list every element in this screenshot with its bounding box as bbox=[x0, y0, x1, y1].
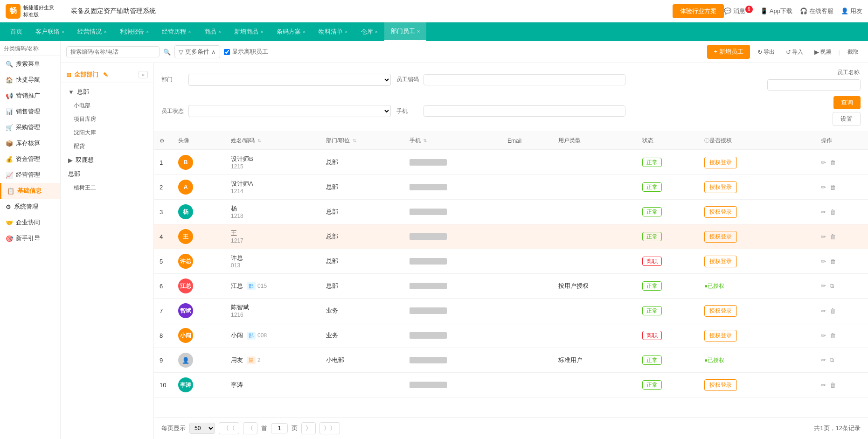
app-icon: 📱 bbox=[760, 7, 768, 14]
search-button[interactable]: 🔍 bbox=[163, 49, 171, 56]
last-page-button[interactable]: 〉〉 bbox=[319, 422, 340, 434]
user-action[interactable]: 👤 用友 bbox=[841, 7, 862, 15]
edit-button[interactable]: ✏ bbox=[821, 209, 826, 216]
nav-tab-history[interactable]: 经营历程 × bbox=[155, 22, 197, 41]
import-button[interactable]: ↺ 导入 bbox=[782, 46, 807, 58]
phone-filter-input[interactable] bbox=[424, 105, 626, 117]
nav-tab-profit[interactable]: 利润报告 × bbox=[113, 22, 155, 41]
auth-login-button[interactable]: 授权登录 bbox=[704, 181, 737, 193]
show-resigned-checkbox[interactable] bbox=[224, 49, 230, 55]
dept-tree-item-shuanglu[interactable]: ▶ 双鹿想 bbox=[61, 153, 153, 167]
row-auth: ●已授权 bbox=[699, 348, 787, 373]
delete-button[interactable]: 🗑 bbox=[830, 382, 836, 389]
nav-tab-operation[interactable]: 经营情况 × bbox=[71, 22, 113, 41]
message-action[interactable]: 💬 消息 6 bbox=[724, 7, 753, 15]
edit-button[interactable]: ✏ bbox=[821, 258, 826, 265]
dept-edit-icon[interactable]: ✎ bbox=[103, 71, 108, 78]
col-settings[interactable]: ⚙ bbox=[154, 132, 173, 150]
auth-login-button[interactable]: 授权登录 bbox=[704, 157, 737, 168]
dept-filter-select[interactable] bbox=[188, 74, 391, 86]
sidebar-item-basic-info[interactable]: 📋 基础信息 bbox=[0, 183, 60, 199]
sidebar-item-purchase[interactable]: 🛒 采购管理 bbox=[0, 119, 60, 135]
sidebar-item-finance[interactable]: 💰 资金管理 bbox=[0, 151, 60, 167]
edit-button[interactable]: ✏ bbox=[821, 382, 826, 389]
filter-more-button[interactable]: ▽ 更多条件 ∧ bbox=[174, 45, 220, 58]
auth-login-button[interactable]: 授权登录 bbox=[704, 256, 737, 267]
edit-button[interactable]: ✏ bbox=[821, 356, 826, 364]
dept-tree-item-distribution[interactable]: 配货 bbox=[61, 139, 153, 153]
marketing-icon: 📢 bbox=[6, 92, 13, 99]
auth-login-button[interactable]: 授权登录 bbox=[704, 231, 737, 243]
col-name-code[interactable]: 姓名/编码 ⇅ bbox=[225, 132, 320, 150]
copy-button[interactable]: ⧉ bbox=[830, 356, 834, 364]
per-page-select[interactable]: 50 100 bbox=[189, 423, 215, 434]
sidebar-item-marketing[interactable]: 📢 营销推广 bbox=[0, 88, 60, 104]
delete-button[interactable]: 🗑 bbox=[830, 307, 836, 314]
nav-tab-barcode[interactable]: 条码方案 × bbox=[270, 22, 312, 41]
dept-tree-item-zongbu[interactable]: 总部 bbox=[61, 167, 153, 181]
dept-tree-item-root[interactable]: ▼ 总部 bbox=[61, 85, 153, 99]
nav-tab-new-goods[interactable]: 新增商品 × bbox=[228, 22, 270, 41]
sidebar-item-sales[interactable]: 📊 销售管理 bbox=[0, 104, 60, 119]
edit-button[interactable]: ✏ bbox=[821, 233, 826, 240]
sidebar-item-system[interactable]: ⚙ 系统管理 bbox=[0, 199, 60, 215]
emp-code-filter-input[interactable] bbox=[424, 74, 626, 85]
show-resigned-label[interactable]: 显示离职员工 bbox=[224, 48, 268, 56]
delete-button[interactable]: 🗑 bbox=[830, 258, 836, 265]
col-dept-pos[interactable]: 部门/职位 ⇅ bbox=[320, 132, 404, 150]
dept-tree-item-zhishu[interactable]: 植树王二 bbox=[61, 181, 153, 195]
export-button[interactable]: ↻ 导出 bbox=[754, 46, 778, 58]
dept-tree-item-xiaodibu[interactable]: 小电部 bbox=[61, 99, 153, 112]
first-page-button[interactable]: 〈〈 bbox=[219, 422, 239, 434]
sidebar-item-operation[interactable]: 📈 经营管理 bbox=[0, 167, 60, 183]
nav-tab-warehouse[interactable]: 仓库 × bbox=[354, 22, 384, 41]
sidebar-item-enterprise[interactable]: 🤝 企业协同 bbox=[0, 215, 60, 230]
copy-button[interactable]: ⧉ bbox=[830, 282, 834, 290]
prev-page-button[interactable]: 〈 bbox=[243, 422, 257, 434]
col-user-type: 用户类型 bbox=[553, 132, 637, 150]
auth-login-button[interactable]: 授权登录 bbox=[704, 379, 737, 391]
sidebar-search-input[interactable] bbox=[4, 45, 61, 52]
app-download-action[interactable]: 📱 App下载 bbox=[760, 7, 792, 15]
trial-button[interactable]: 体验行业方案 bbox=[673, 4, 724, 18]
sidebar-item-inventory[interactable]: 📦 库存核算 bbox=[0, 135, 60, 151]
edit-button[interactable]: ✏ bbox=[821, 282, 826, 290]
service-action[interactable]: 🎧 在线客服 bbox=[800, 7, 833, 15]
col-phone[interactable]: 手机 ⇅ bbox=[404, 132, 502, 150]
auth-login-button[interactable]: 授权登录 bbox=[704, 330, 737, 341]
nav-tab-dept-staff[interactable]: 部门员工 × bbox=[384, 22, 426, 41]
status-filter-select[interactable] bbox=[188, 105, 391, 117]
page-number-input[interactable] bbox=[271, 423, 288, 433]
view-button[interactable]: ▶ 视频 bbox=[811, 46, 835, 58]
search-input[interactable] bbox=[66, 46, 160, 57]
edit-button[interactable]: ✏ bbox=[821, 159, 826, 166]
settings-button[interactable]: 设置 bbox=[833, 112, 861, 126]
row-status: 正常 bbox=[637, 348, 699, 373]
sidebar-item-search[interactable]: 🔍 搜索菜单 bbox=[0, 56, 60, 72]
delete-button[interactable]: 🗑 bbox=[830, 159, 836, 166]
sidebar-item-quick-nav[interactable]: 🏠 快捷导航 bbox=[0, 72, 60, 88]
auth-login-button[interactable]: 授权登录 bbox=[704, 305, 737, 317]
dept-tree-item-shenyang[interactable]: 沈阳大库 bbox=[61, 126, 153, 139]
more-button[interactable]: 截取 bbox=[844, 46, 862, 58]
nav-tab-home[interactable]: 首页 bbox=[4, 22, 29, 41]
sidebar-item-guide[interactable]: 🎯 新手引导 bbox=[0, 230, 60, 246]
next-page-button[interactable]: 〉 bbox=[301, 422, 316, 434]
auth-login-button[interactable]: 授权登录 bbox=[704, 206, 737, 218]
edit-button[interactable]: ✏ bbox=[821, 307, 826, 314]
delete-button[interactable]: 🗑 bbox=[830, 233, 836, 240]
edit-button[interactable]: ✏ bbox=[821, 184, 826, 191]
nav-tab-customer[interactable]: 客户联络 × bbox=[29, 22, 71, 41]
query-button[interactable]: 查询 bbox=[833, 96, 861, 109]
dept-tree-item-project[interactable]: 项目库房 bbox=[61, 112, 153, 126]
delete-button[interactable]: 🗑 bbox=[830, 184, 836, 191]
collapse-tree-button[interactable]: « bbox=[139, 71, 148, 78]
delete-button[interactable]: 🗑 bbox=[830, 209, 836, 216]
edit-button[interactable]: ✏ bbox=[821, 332, 826, 339]
inventory-icon: 📦 bbox=[6, 140, 13, 147]
nav-tab-goods[interactable]: 商品 × bbox=[198, 22, 228, 41]
delete-button[interactable]: 🗑 bbox=[830, 332, 836, 339]
nav-tab-material[interactable]: 物料清单 × bbox=[312, 22, 354, 41]
emp-name-filter-input[interactable] bbox=[767, 79, 861, 91]
add-employee-button[interactable]: + 新增员工 bbox=[707, 45, 750, 59]
